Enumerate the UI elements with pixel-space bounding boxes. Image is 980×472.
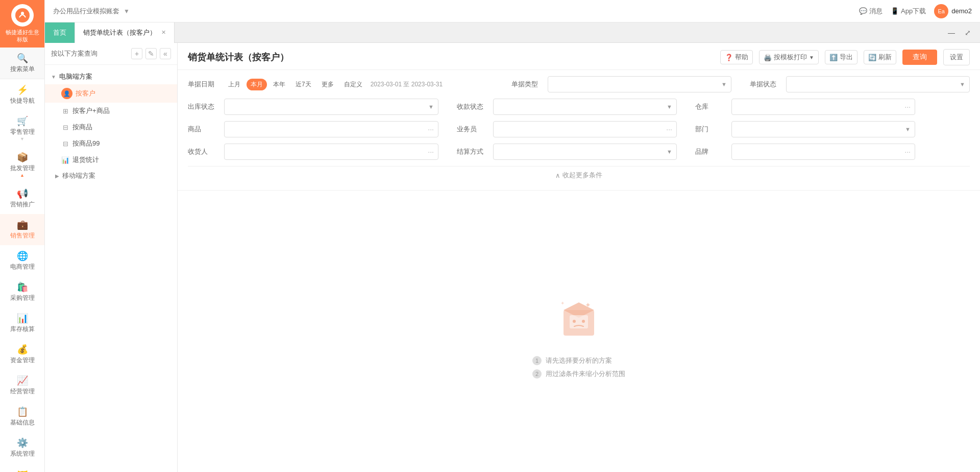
date-tab-this-month[interactable]: 本月: [247, 79, 267, 90]
sidebar-item-search[interactable]: 🔍 搜索菜单: [0, 48, 44, 79]
edit-scheme-button[interactable]: ✎: [145, 48, 157, 59]
download-icon: 📱: [891, 7, 899, 15]
sidebar-item-sales[interactable]: 💼 销售管理: [0, 214, 44, 245]
chevron-down-icon: ▼: [20, 136, 24, 141]
date-filter-group: 上月 本月 本年 近7天 更多 自定义 2023-03-01 至 2023-03…: [224, 79, 483, 90]
date-tab-custom[interactable]: 自定义: [340, 79, 366, 90]
goods-input[interactable]: ···: [224, 121, 438, 137]
collect-status-select[interactable]: ▼: [493, 99, 677, 115]
filter-row-2: 出库状态 ▼ 收款状态 ▼ 仓库 ···: [188, 99, 970, 115]
settlement-select[interactable]: ▼: [493, 144, 677, 160]
person-icon: 👤: [63, 90, 70, 97]
scheme-tree: ▼ 电脑端方案 👤 按客户 ⊞ 按客户+商品 ⊟: [45, 65, 177, 187]
type-dropdown-icon: ▼: [721, 81, 727, 87]
minimize-button[interactable]: —: [945, 27, 958, 39]
receiver-input[interactable]: ···: [224, 144, 438, 160]
type-select[interactable]: ▼: [548, 76, 731, 92]
sidebar-item-finance[interactable]: 💰 资金管理: [0, 339, 44, 370]
out-status-label: 出库状态: [188, 102, 216, 111]
logo-area[interactable]: 畅捷通好生意 标版: [0, 0, 44, 48]
message-button[interactable]: 💬 消息: [859, 7, 883, 16]
username: demo2: [951, 7, 972, 15]
breadcrumb: 办公用品行业模拟账套: [53, 7, 119, 16]
tab-bar: 首页 销货单统计表（按客户） ✕ — ⤢: [45, 22, 980, 43]
svg-point-5: [573, 320, 576, 323]
page-title: 销货单统计表（按客户）: [188, 51, 289, 63]
add-scheme-button[interactable]: +: [131, 48, 142, 59]
filter-area: 单据日期 上月 本月 本年 近7天 更多 自定义 2023-03-01 至 20…: [178, 70, 980, 191]
tab-home[interactable]: 首页: [45, 22, 75, 43]
tree-group-pc-header[interactable]: ▼ 电脑端方案: [45, 69, 177, 84]
content-area: 按以下方案查询 + ✎ « ▼: [45, 43, 980, 472]
filter-row-3: 商品 ··· 业务员 ··· 部门 ▼: [188, 121, 970, 137]
sales-stat-tab-label: 销货单统计表（按客户）: [83, 28, 156, 37]
sidebar-item-ecom[interactable]: 🌐 电商管理: [0, 245, 44, 276]
sidebar-item-ops[interactable]: 📈 经营管理: [0, 370, 44, 401]
sidebar-item-retail[interactable]: 🛒 零售管理 ▼: [0, 110, 44, 147]
app-download-button[interactable]: 📱 App下载: [891, 7, 926, 16]
warehouse-dots-icon: ···: [904, 103, 911, 111]
collapse-panel-button[interactable]: «: [160, 48, 171, 59]
tree-item-by-goods[interactable]: ⊟ 按商品: [45, 119, 177, 135]
settlement-dropdown-icon: ▼: [667, 149, 672, 155]
out-status-select[interactable]: ▼: [224, 99, 438, 115]
date-tab-this-year[interactable]: 本年: [269, 79, 289, 90]
svg-point-6: [582, 320, 585, 323]
brand-input[interactable]: ···: [731, 144, 915, 160]
svg-text:✦: ✦: [585, 301, 591, 309]
date-tab-more[interactable]: 更多: [317, 79, 338, 90]
salesperson-input[interactable]: ···: [493, 121, 677, 137]
date-tab-7days[interactable]: 近7天: [291, 79, 315, 90]
tree-item-by-goods-label: 按商品: [72, 123, 92, 132]
print-dropdown-icon: ▼: [809, 55, 814, 60]
left-panel-actions: + ✎ «: [131, 48, 171, 59]
print-button[interactable]: 🖨️ 按模板打印 ▼: [759, 50, 819, 64]
empty-tip-1: 1 请先选择要分析的方案: [532, 356, 625, 365]
sidebar-item-system[interactable]: ⚙️ 系统管理: [0, 432, 44, 463]
date-tab-last-month[interactable]: 上月: [224, 79, 244, 90]
sidebar-item-basic[interactable]: 📋 基础信息: [0, 401, 44, 432]
query-button[interactable]: 查询: [902, 50, 937, 65]
top-bar: 办公用品行业模拟账套 ▼ 💬 消息 📱 App下载 Ea demo2: [45, 0, 980, 22]
tree-item-by-goods-99-label: 按商品99: [72, 139, 100, 148]
refresh-button[interactable]: 🔄 刷新: [864, 50, 896, 64]
export-button[interactable]: ⬆️ 导出: [825, 50, 857, 64]
tree-item-return-stat[interactable]: 📊 退货统计: [45, 152, 177, 168]
collapse-up-icon: ∧: [555, 172, 560, 179]
logo-text: 畅捷通好生意 标版: [6, 29, 39, 43]
user-area[interactable]: Ea demo2: [934, 4, 972, 18]
bill-status-dropdown-icon: ▼: [960, 81, 965, 87]
tree-item-by-goods-99[interactable]: ⊟ 按商品99: [45, 135, 177, 152]
tab-sales-stat[interactable]: 销货单统计表（按客户） ✕: [75, 22, 175, 43]
date-label: 单据日期: [188, 80, 216, 89]
sidebar-item-wholesale[interactable]: 📦 批发管理 ▲: [0, 147, 44, 183]
sidebar-item-quick-nav[interactable]: ⚡ 快捷导航: [0, 79, 44, 110]
date-tabs: 上月 本月 本年 近7天 更多 自定义: [224, 79, 366, 90]
empty-tip-2: 2 用过滤条件来缩小分析范围: [532, 369, 625, 379]
bill-status-select[interactable]: ▼: [786, 76, 970, 92]
settings-button[interactable]: 设置: [943, 49, 970, 65]
sidebar-item-marketing[interactable]: 📢 营销推广: [0, 183, 44, 214]
collect-label: 收款状态: [457, 102, 485, 111]
tree-group-mobile-header[interactable]: ▶ 移动端方案: [45, 168, 177, 183]
bill-status-label: 单据状态: [750, 80, 778, 89]
left-panel-title: 按以下方案查询: [51, 49, 97, 58]
close-tab-icon[interactable]: ✕: [161, 30, 166, 35]
top-bar-right: 💬 消息 📱 App下载 Ea demo2: [859, 4, 972, 18]
breadcrumb-dropdown-icon[interactable]: ▼: [124, 8, 130, 15]
sidebar-item-inventory[interactable]: 📊 库存核算: [0, 308, 44, 339]
sidebar-item-corp[interactable]: 🤝 企业协同: [0, 463, 44, 472]
sidebar-item-purchase[interactable]: 🛍️ 采购管理: [0, 276, 44, 308]
warehouse-select[interactable]: ···: [731, 99, 915, 115]
tree-item-by-customer-goods[interactable]: ⊞ 按客户+商品: [45, 103, 177, 119]
help-button[interactable]: ❓ 帮助: [720, 50, 753, 64]
tree-item-by-customer[interactable]: 👤 按客户: [45, 84, 177, 103]
department-select[interactable]: ▼: [731, 121, 915, 137]
warehouse-label: 仓库: [695, 102, 723, 111]
search-icon: 🔍: [17, 53, 28, 64]
collapse-conditions-button[interactable]: ∧ 收起更多条件: [555, 171, 602, 180]
basic-icon: 📋: [17, 406, 28, 417]
wholesale-icon: 📦: [17, 152, 28, 163]
maximize-button[interactable]: ⤢: [962, 27, 974, 39]
export-icon: ⬆️: [829, 54, 838, 61]
